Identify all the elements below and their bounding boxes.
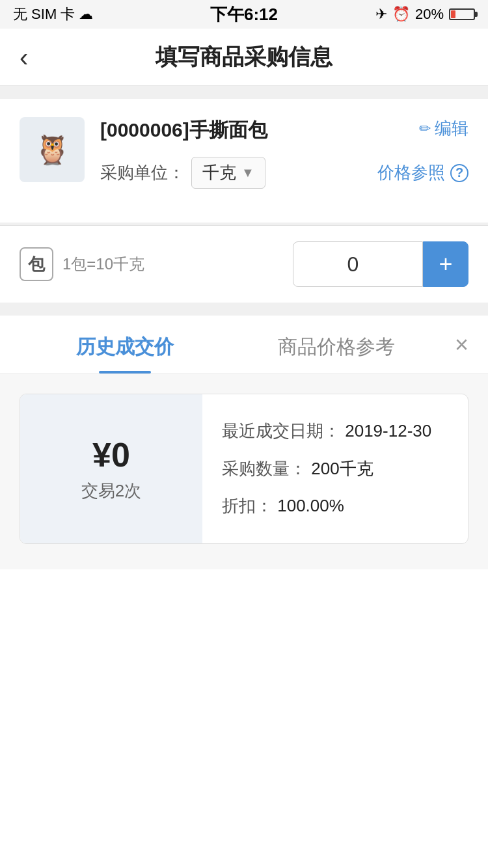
recent-date-label: 最近成交日期：: [222, 421, 340, 441]
product-unit-row: 采购单位： 千克 ▼ 价格参照 ?: [100, 157, 468, 189]
product-name: [0000006]手撕面包: [100, 117, 419, 144]
price-trades: 交易2次: [81, 480, 141, 502]
nav-bar: ‹ 填写商品采购信息: [0, 29, 488, 86]
dropdown-arrow-icon: ▼: [241, 165, 254, 180]
currency-symbol: ¥: [92, 436, 111, 474]
quantity-input[interactable]: [293, 241, 423, 287]
recent-date-row: 最近成交日期： 2019-12-30: [222, 418, 448, 445]
unit-value: 千克: [202, 161, 236, 184]
battery-icon: [449, 8, 475, 20]
location-icon: ✈: [375, 6, 387, 23]
status-bar: 无 SIM 卡 ☁ 下午6:12 ✈ ⏰ 20%: [0, 0, 488, 29]
price-reference-button[interactable]: 价格参照 ?: [377, 161, 468, 184]
unit-conversion: 1包=10千克: [62, 254, 144, 275]
help-icon: ?: [450, 164, 468, 182]
product-info: [0000006]手撕面包 ✏ 编辑 采购单位： 千克 ▼ 价格参照 ?: [100, 117, 468, 189]
product-thumbnail: 🦉: [20, 117, 85, 182]
alarm-icon: ⏰: [392, 6, 410, 23]
quantity-input-group: +: [293, 241, 468, 287]
sim-label: 无 SIM 卡 ☁: [13, 5, 93, 24]
status-left: 无 SIM 卡 ☁: [13, 5, 93, 24]
price-value: 0: [111, 436, 130, 474]
price-card: ¥0 交易2次 最近成交日期： 2019-12-30 采购数量： 200千克 折…: [20, 394, 468, 544]
edit-icon: ✏: [419, 120, 431, 137]
unit-badge: 包: [20, 247, 53, 281]
tabs-header: 历史成交价 商品价格参考 ×: [0, 316, 488, 374]
discount-label: 折扣：: [222, 496, 273, 515]
purchase-quantity-row: 采购数量： 200千克: [222, 455, 448, 483]
recent-date-value: 2019-12-30: [345, 421, 431, 441]
tabs-panel: 历史成交价 商品价格参考 × ¥0 交易2次 最近成交日期： 2019-12-3…: [0, 316, 488, 569]
product-image: 🦉: [34, 133, 70, 167]
price-card-right: 最近成交日期： 2019-12-30 采购数量： 200千克 折扣： 100.0…: [202, 394, 468, 543]
bottom-area: [0, 569, 488, 868]
status-right: ✈ ⏰ 20%: [375, 6, 475, 23]
battery-percent: 20%: [415, 6, 444, 23]
tab-content: ¥0 交易2次 最近成交日期： 2019-12-30 采购数量： 200千克 折…: [0, 374, 488, 569]
page-title: 填写商品采购信息: [156, 42, 332, 72]
quantity-row: 包 1包=10千克 +: [0, 225, 488, 303]
unit-select-dropdown[interactable]: 千克 ▼: [191, 157, 265, 189]
unit-label: 采购单位： 千克 ▼: [100, 157, 265, 189]
status-time: 下午6:12: [210, 3, 278, 26]
discount-row: 折扣： 100.00%: [222, 493, 448, 520]
price-ref-label: 价格参照: [377, 161, 445, 184]
product-name-row: [0000006]手撕面包 ✏ 编辑: [100, 117, 468, 144]
tab-product-price-ref[interactable]: 商品价格参考: [230, 316, 441, 373]
quantity-plus-button[interactable]: +: [423, 241, 468, 287]
price-amount: ¥0: [92, 435, 130, 474]
edit-label: 编辑: [435, 117, 468, 140]
quantity-unit-info: 包 1包=10千克: [20, 247, 144, 281]
unit-label-text: 采购单位：: [100, 161, 185, 184]
product-header: 🦉 [0000006]手撕面包 ✏ 编辑 采购单位： 千克 ▼: [20, 117, 468, 189]
discount-value: 100.00%: [277, 496, 344, 515]
purchase-quantity-value: 200千克: [311, 459, 373, 478]
price-card-left: ¥0 交易2次: [20, 394, 202, 543]
product-card: 🦉 [0000006]手撕面包 ✏ 编辑 采购单位： 千克 ▼: [0, 99, 488, 223]
tab-close-button[interactable]: ×: [442, 318, 468, 372]
tab-history-price[interactable]: 历史成交价: [20, 316, 230, 373]
edit-button[interactable]: ✏ 编辑: [419, 117, 468, 140]
back-button[interactable]: ‹: [20, 44, 28, 70]
purchase-quantity-label: 采购数量：: [222, 459, 306, 478]
